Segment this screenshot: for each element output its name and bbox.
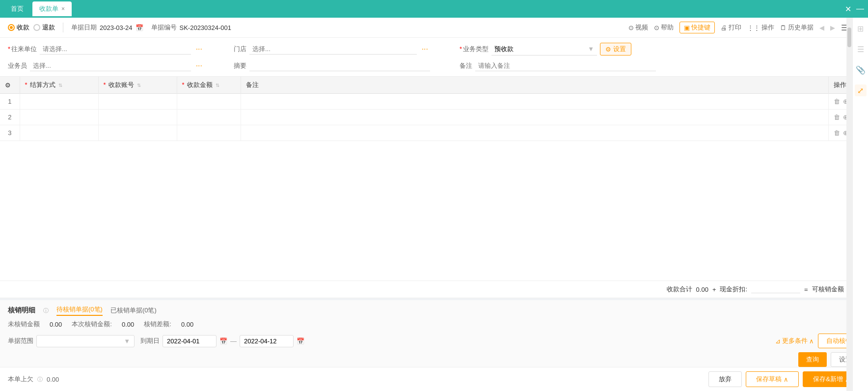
hexiao-tab-done[interactable]: 已核销单据(0笔) [110, 306, 157, 315]
sidebar-expand-icon[interactable]: ⤢ [855, 84, 867, 96]
remark-label: 备注 [460, 61, 472, 70]
row-1-remark[interactable] [241, 94, 829, 110]
operation-button[interactable]: ⋮⋮ 操作 [747, 23, 774, 32]
date-to-cal-icon[interactable]: 📅 [297, 337, 304, 345]
sidebar-list-icon[interactable]: ☰ [855, 43, 867, 55]
main-content: 收款 退款 单据日期 2023-03-24 📅 单据编号 SK-20230324… [0, 18, 868, 391]
row-3-delete-icon[interactable]: 🗑 [834, 129, 840, 137]
footer-right: 放弃 保存草稿 ∧ 保存&新增 ∧ [708, 371, 860, 387]
store-input[interactable] [249, 44, 417, 55]
biz-type-select[interactable]: 预收款 ▼ [491, 43, 597, 56]
col-settings-th[interactable]: ⚙ [0, 77, 20, 94]
staff-label: 业务员 [8, 61, 27, 70]
prev-value: 0.00 [47, 376, 59, 383]
hexiao-tab-pending[interactable]: 待核销单据(0笔) [56, 305, 103, 316]
tab-active[interactable]: 收款单 × [32, 1, 72, 16]
window-close-button[interactable]: ✕ [845, 4, 851, 14]
receipt-refund-group: 收款 退款 [8, 23, 55, 32]
filter-more-button[interactable]: ⊿ 更多条件 ∧ [775, 336, 814, 345]
save-draft-button[interactable]: 保存草稿 ∧ [746, 371, 799, 387]
row-1-num: 1 [0, 94, 20, 110]
number-value[interactable]: SK-20230324-001 [180, 24, 232, 31]
hexiao-info-icon[interactable]: ⓘ [43, 307, 49, 314]
toolbar-nav-right[interactable]: ▶ [830, 24, 835, 31]
date-cal-icon[interactable]: 📅 [219, 337, 227, 345]
hexiao-header: 核销明细 ⓘ 待核销单据(0笔) 已核销单据(0笔) [8, 305, 860, 316]
row-1-account[interactable] [98, 94, 177, 110]
scrollbar[interactable] [846, 18, 852, 391]
toolbar-right: ⊙ 视频 ⊙ 帮助 ▣ 快捷键 🖨 打印 ⋮⋮ 操作 🗒 历史单据 [628, 22, 860, 33]
row-3-remark[interactable] [241, 125, 829, 141]
col-account-th[interactable]: * 收款账号 ⇅ [98, 77, 177, 94]
row-3-settlement[interactable] [20, 125, 98, 141]
save-draft-chevron: ∧ [784, 376, 788, 383]
table-row: 2 🗑 ⊕ [0, 110, 868, 125]
settings-icon: ⚙ [5, 82, 11, 89]
date-to-input[interactable] [240, 335, 294, 347]
row-1-amount[interactable] [177, 94, 241, 110]
diff-value: 0.00 [181, 321, 193, 328]
row-2-account[interactable] [98, 110, 177, 125]
col-amount-th[interactable]: * 收款金额 ⇅ [177, 77, 241, 94]
prev-info-icon[interactable]: ⓘ [37, 376, 43, 383]
row-2-amount[interactable] [177, 110, 241, 125]
customer-label: *往来单位 [8, 45, 37, 54]
summary-row: 收款合计 0.00 + 现金折扣: = 可核销金额 0.00 [0, 281, 868, 298]
toolbar-divider [63, 23, 63, 32]
row-1-settlement[interactable] [20, 94, 98, 110]
range-select[interactable]: ▼ [36, 335, 135, 347]
toolbar-nav-left[interactable]: ◀ [819, 24, 824, 31]
customer-input[interactable] [40, 44, 191, 55]
row-3-amount[interactable] [177, 125, 241, 141]
radio-refund[interactable]: 退款 [33, 23, 55, 32]
scrollbar-thumb[interactable] [847, 28, 851, 47]
window-minimize-button[interactable]: — [856, 4, 864, 13]
range-label: 单据范围 [8, 336, 33, 345]
sidebar-attach-icon[interactable]: 📎 [855, 64, 867, 76]
right-sidebar: ⊞ ☰ 📎 ⤢ [852, 18, 868, 391]
date-value[interactable]: 2023-03-24 [100, 24, 133, 31]
col-settlement-th[interactable]: * 结算方式 ⇅ [20, 77, 98, 94]
footer-left: 本单上欠 ⓘ 0.00 [8, 375, 59, 384]
row-2-remark[interactable] [241, 110, 829, 125]
row-1-delete-icon[interactable]: 🗑 [834, 98, 840, 105]
staff-more-button[interactable]: ··· [194, 61, 204, 70]
radio-refund-circle [33, 24, 40, 31]
calendar-icon[interactable]: 📅 [136, 24, 143, 31]
shortcut-button[interactable]: ▣ 快捷键 [679, 22, 715, 33]
query-button[interactable]: 查询 [798, 352, 827, 367]
tab-close-button[interactable]: × [61, 5, 65, 12]
biz-type-label: *业务类型 [460, 45, 488, 54]
help-button[interactable]: ⊙ 帮助 [654, 23, 674, 32]
history-button[interactable]: 🗒 历史单据 [780, 23, 814, 32]
customer-field: *往来单位 ··· [8, 44, 204, 55]
receipt-table: ⚙ * 结算方式 ⇅ * 收款账号 ⇅ * 收款金额 ⇅ [0, 77, 868, 141]
store-field: 门店 ··· [234, 44, 430, 55]
discount-input[interactable] [751, 285, 800, 293]
available-label: 可核销金额 [812, 285, 844, 294]
number-label: 单据编号 [151, 23, 177, 32]
date-filter-field: 到期日 📅 — 📅 [140, 335, 304, 347]
tab-bar-right: ✕ — [845, 4, 864, 14]
summary-label: 摘要 [234, 61, 246, 70]
print-button[interactable]: 🖨 打印 [721, 23, 741, 32]
row-2-num: 2 [0, 110, 20, 125]
remark-input[interactable] [475, 60, 656, 71]
row-2-settlement[interactable] [20, 110, 98, 125]
customer-more-button[interactable]: ··· [194, 45, 204, 54]
sidebar-table-icon[interactable]: ⊞ [855, 23, 867, 34]
form-setting-button[interactable]: ⚙ 设置 [600, 43, 631, 56]
video-icon: ⊙ [628, 24, 634, 31]
summary-input[interactable] [249, 60, 430, 71]
date-from-input[interactable] [163, 335, 217, 347]
store-more-button[interactable]: ··· [420, 45, 430, 54]
radio-receipt[interactable]: 收款 [8, 23, 29, 32]
row-2-delete-icon[interactable]: 🗑 [834, 113, 840, 121]
staff-input[interactable] [30, 60, 191, 71]
receipt-table-area: ⚙ * 结算方式 ⇅ * 收款账号 ⇅ * 收款金额 ⇅ [0, 77, 868, 281]
discard-button[interactable]: 放弃 [708, 371, 742, 387]
hexiao-stats: 未核销金额 0.00 本次核销金额: 0.00 核销差额: 0.00 [8, 320, 860, 329]
row-3-account[interactable] [98, 125, 177, 141]
tab-home[interactable]: 首页 [4, 1, 30, 16]
video-button[interactable]: ⊙ 视频 [628, 23, 648, 32]
